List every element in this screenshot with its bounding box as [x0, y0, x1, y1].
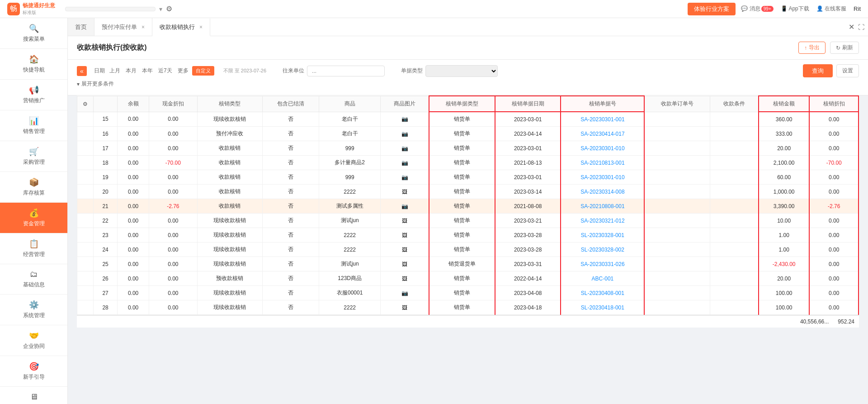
cell-verify-bill-no[interactable]: SL-20230418-001: [561, 300, 644, 315]
voucher-type-select[interactable]: [425, 65, 498, 77]
table-container[interactable]: ⚙ 余额 现金折扣 核销类型 包含已结清 商品 商品图片 核销单据类型 核销单据…: [68, 95, 868, 404]
sidebar-item-search-menu[interactable]: 🔍 搜索菜单: [0, 18, 67, 49]
filter-bar: « 日期 上月 本月 本年 近7天 更多 自定义 不限 至 2023-07-26: [68, 60, 868, 95]
cell-seq: 18: [94, 156, 118, 170]
th-receipt-order-no: 收款单订单号: [644, 96, 710, 112]
cell-verify-bill-no[interactable]: SA-20230301-010: [561, 170, 644, 185]
industry-btn[interactable]: 体验行业方案: [688, 3, 736, 15]
tab-home[interactable]: 首页: [68, 18, 94, 36]
export-btn[interactable]: ↑ 导出: [798, 42, 826, 54]
tab-maximize-btn[interactable]: ⛶: [858, 24, 864, 31]
table-row: 160.000.00预付冲应收否老白干📷销货单2023-04-14SA-2023…: [77, 127, 859, 141]
sidebar-item-finance[interactable]: 💰 资金管理: [0, 203, 67, 233]
cell-cash-discount: 0.00: [149, 257, 197, 271]
date-filter: 日期 上月 本月 本年 近7天 更多 自定义: [94, 66, 214, 76]
cell-verify-bill-no[interactable]: SA-20230301-001: [561, 112, 644, 127]
sidebar-item-purchase[interactable]: 🛒 采购管理: [0, 141, 67, 172]
settings-icon[interactable]: ⚙: [166, 5, 172, 13]
cell-seq: 27: [94, 286, 118, 300]
cell-included: 否: [262, 300, 319, 315]
messages-btn[interactable]: 💬 消息99+: [741, 5, 773, 13]
date-btn-this-year[interactable]: 本年: [140, 66, 155, 76]
sidebar-item-basic[interactable]: 🗂 基础信息: [0, 264, 67, 295]
sidebar-item-business[interactable]: 📋 经营管理: [0, 233, 67, 264]
cell-receipt-condition: [710, 185, 759, 199]
cell-receipt-condition: [710, 156, 759, 170]
cell-cash-discount: 0.00: [149, 214, 197, 228]
sidebar-item-hardware[interactable]: 🖥 智能硬件: [0, 387, 67, 404]
cell-goods-image: 📷: [381, 112, 429, 127]
expand-conditions-btn[interactable]: ▾ 展开更多条件: [77, 80, 859, 88]
date-btn-custom[interactable]: 自定义: [192, 66, 214, 76]
cell-balance: 0.00: [118, 199, 149, 214]
tab-close-window-btn[interactable]: ✕: [849, 23, 854, 31]
cell-verify-bill-type: 销货单: [429, 242, 495, 257]
top-search-input[interactable]: [65, 7, 156, 11]
cell-verify-bill-type: 销货单: [429, 214, 495, 228]
date-btn-7days[interactable]: 近7天: [156, 66, 174, 76]
tab-receipt-verify[interactable]: 收款核销执行 ×: [152, 19, 210, 36]
sidebar-item-marketing[interactable]: 📢 营销推广: [0, 80, 67, 110]
setting-btn[interactable]: 设置: [836, 64, 859, 77]
date-label: 日期: [94, 67, 105, 75]
cell-verify-bill-date: 2023-03-31: [495, 257, 561, 271]
cell-receipt-condition: [710, 199, 759, 214]
tab-receipt-verify-close[interactable]: ×: [199, 24, 203, 30]
table-row: 260.000.00预收款核销否123D商品🖼销货单2022-04-14ABC-…: [77, 271, 859, 286]
system-icon: ⚙️: [29, 300, 39, 310]
cell-verify-bill-no[interactable]: SA-20230414-017: [561, 127, 644, 141]
sidebar-item-label: 营销推广: [23, 97, 45, 105]
cell-included: 否: [262, 271, 319, 286]
cell-verify-type: 现续收款核销: [197, 242, 262, 257]
date-btn-more[interactable]: 更多: [176, 66, 190, 76]
cell-cash-discount: 0.00: [149, 185, 197, 199]
dropdown-arrow[interactable]: ▾: [159, 5, 162, 13]
cell-verify-bill-no[interactable]: SA-20230301-010: [561, 141, 644, 156]
cell-verify-bill-no[interactable]: SA-20230314-008: [561, 185, 644, 199]
sidebar-item-system[interactable]: ⚙️ 系统管理: [0, 295, 67, 325]
sidebar-item-corp[interactable]: 🤝 企业协同: [0, 325, 67, 356]
cell-verify-bill-date: 2023-03-01: [495, 170, 561, 185]
footer-verify-amount-total: 40,556,66...: [800, 318, 829, 325]
cell-included: 否: [262, 286, 319, 300]
cell-receipt-order-no: [644, 112, 710, 127]
cell-checkbox: [77, 199, 94, 214]
cell-verify-bill-no[interactable]: SA-20210813-001: [561, 156, 644, 170]
online-service-btn[interactable]: 👤 在线客服: [816, 5, 846, 13]
cell-receipt-order-no: [644, 257, 710, 271]
cell-verify-bill-no[interactable]: SL-20230328-001: [561, 228, 644, 242]
cell-verify-bill-no[interactable]: SA-20210808-001: [561, 199, 644, 214]
cell-verify-discount: -2.76: [809, 199, 859, 214]
cell-goods: 测试jun: [319, 214, 381, 228]
sidebar-item-guide[interactable]: 🎯 新手引导: [0, 356, 67, 387]
user-name[interactable]: Rit: [854, 5, 861, 12]
logo-text: 畅捷通好生意 标准版: [23, 2, 55, 16]
date-btn-this-month[interactable]: 本月: [124, 66, 138, 76]
table-row: 250.000.00现续收款核销否测试jun🖼销货退货单2023-03-31SA…: [77, 257, 859, 271]
refresh-btn[interactable]: ↻ 刷新: [830, 42, 859, 54]
cell-verify-bill-no[interactable]: SL-20230408-001: [561, 286, 644, 300]
partner-input[interactable]: [307, 66, 385, 76]
tab-prepaid[interactable]: 预付冲应付单 ×: [94, 18, 152, 36]
tab-prepaid-close[interactable]: ×: [142, 24, 145, 30]
date-btn-last-month[interactable]: 上月: [108, 66, 122, 76]
cell-included: 否: [262, 141, 319, 156]
cell-cash-discount: -70.00: [149, 156, 197, 170]
cell-verify-bill-no[interactable]: SL-20230328-002: [561, 242, 644, 257]
collapse-btn[interactable]: «: [77, 66, 87, 76]
cell-verify-bill-no[interactable]: SA-20230321-012: [561, 214, 644, 228]
sidebar-item-sales[interactable]: 📊 销售管理: [0, 110, 67, 141]
sidebar-item-quick-nav[interactable]: 🏠 快捷导航: [0, 49, 67, 80]
sidebar-item-inventory[interactable]: 📦 库存核算: [0, 172, 67, 203]
cell-verify-bill-no[interactable]: ABC-001: [561, 271, 644, 286]
cell-verify-bill-no[interactable]: SA-20230331-026: [561, 257, 644, 271]
th-verify-bill-date: 核销单据日期: [495, 96, 561, 112]
cell-balance: 0.00: [118, 170, 149, 185]
app-download-btn[interactable]: 📱 App下载: [781, 5, 809, 13]
home-icon: 🏠: [29, 54, 39, 64]
cell-verify-type: 现续收款核销: [197, 300, 262, 315]
cell-balance: 0.00: [118, 286, 149, 300]
th-settings[interactable]: ⚙: [77, 96, 94, 112]
page-header: 收款核销执行(按收款) ↑ 导出 ↻ 刷新: [68, 36, 868, 60]
query-btn[interactable]: 查询: [803, 64, 833, 77]
